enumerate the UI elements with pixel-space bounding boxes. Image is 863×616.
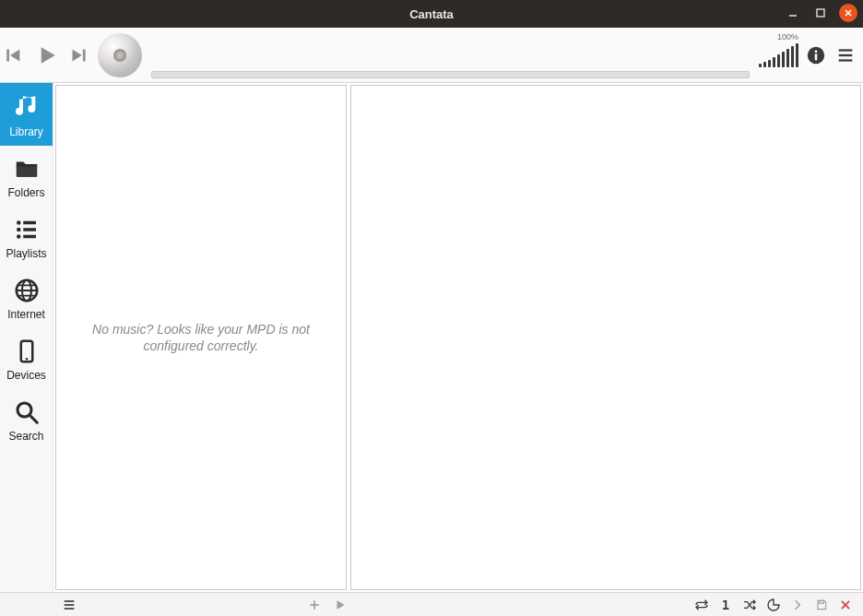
- folder-icon: [12, 155, 41, 183]
- sidebar-item-label: Playlists: [6, 247, 46, 260]
- info-icon: [806, 45, 826, 65]
- search-icon: [12, 398, 41, 426]
- svg-marker-7: [73, 49, 82, 61]
- svg-marker-35: [337, 600, 345, 609]
- bottom-mid-controls: [306, 597, 349, 613]
- minimize-icon: [787, 7, 798, 18]
- clear-queue-button[interactable]: [837, 597, 854, 613]
- previous-button[interactable]: [4, 43, 28, 67]
- shuffle-icon: [742, 598, 757, 612]
- titlebar: Cantata: [0, 0, 863, 28]
- svg-marker-6: [41, 47, 55, 64]
- queue-pane: [350, 85, 861, 590]
- next-button[interactable]: [66, 43, 90, 67]
- seek-slider[interactable]: [151, 71, 750, 78]
- svg-point-15: [17, 220, 21, 225]
- sidebar-item-search[interactable]: Search: [0, 389, 53, 450]
- shuffle-button[interactable]: [741, 597, 758, 613]
- save-queue-button[interactable]: [813, 597, 830, 613]
- center-playing-button[interactable]: [789, 597, 806, 613]
- hamburger-icon: [835, 45, 856, 65]
- skip-next-icon: [66, 43, 90, 67]
- svg-point-17: [17, 228, 21, 232]
- add-button[interactable]: [306, 597, 323, 613]
- consume-icon: [766, 598, 781, 612]
- volume-control[interactable]: [759, 43, 798, 67]
- list-icon: [12, 216, 41, 243]
- smartphone-icon: [12, 338, 41, 365]
- hamburger-icon: [62, 598, 77, 612]
- repeat-icon: [694, 598, 709, 612]
- sidebar-item-label: Folders: [7, 186, 44, 199]
- play-button[interactable]: [33, 41, 61, 69]
- svg-rect-36: [820, 600, 824, 603]
- minimize-button[interactable]: [784, 4, 802, 22]
- play-icon: [33, 41, 61, 69]
- svg-point-27: [25, 358, 28, 361]
- globe-icon: [12, 277, 41, 304]
- skip-previous-icon: [4, 43, 28, 67]
- bottom-right-controls: 1: [693, 597, 854, 613]
- clear-x-icon: [839, 598, 852, 611]
- library-pane: No music? Looks like your MPD is not con…: [55, 85, 347, 590]
- sidebar-item-internet[interactable]: Internet: [0, 267, 53, 328]
- sidebar-item-library[interactable]: Library: [0, 83, 53, 146]
- svg-rect-1: [817, 9, 824, 17]
- svg-marker-5: [10, 49, 19, 61]
- volume-level-label: 100%: [777, 32, 798, 41]
- play-small-icon: [334, 598, 347, 611]
- window-title: Cantata: [0, 7, 863, 21]
- maximize-button[interactable]: [811, 4, 830, 22]
- window-controls: [784, 4, 857, 22]
- save-icon: [815, 598, 828, 611]
- player-toolbar: 100%: [0, 28, 863, 83]
- plus-icon: [308, 598, 321, 611]
- svg-rect-4: [6, 49, 9, 61]
- main-content: Library Folders Playlists: [0, 83, 863, 592]
- sidebar-item-label: Search: [8, 430, 43, 443]
- music-note-icon: [12, 92, 41, 122]
- playback-controls: [4, 41, 90, 69]
- repeat-button[interactable]: [693, 597, 710, 613]
- svg-rect-18: [23, 228, 36, 231]
- svg-point-19: [17, 234, 21, 239]
- consume-button[interactable]: [765, 597, 782, 613]
- svg-rect-8: [83, 49, 86, 61]
- sidebar-item-devices[interactable]: Devices: [0, 328, 53, 389]
- svg-line-29: [30, 416, 37, 423]
- svg-rect-16: [23, 221, 36, 225]
- library-empty-message: No music? Looks like your MPD is not con…: [56, 321, 346, 354]
- sidebar-item-folders[interactable]: Folders: [0, 146, 53, 207]
- maximize-icon: [815, 7, 826, 18]
- main-menu-button[interactable]: [833, 43, 857, 67]
- close-icon: [843, 7, 854, 18]
- close-button[interactable]: [839, 4, 857, 22]
- svg-rect-20: [23, 235, 36, 239]
- content-panes: No music? Looks like your MPD is not con…: [53, 83, 863, 592]
- svg-point-10: [815, 50, 818, 53]
- info-button[interactable]: [804, 43, 828, 67]
- volume-area: 100%: [759, 43, 857, 67]
- album-art-disc: [98, 33, 142, 77]
- play-selected-button[interactable]: [332, 597, 349, 613]
- sidebar-item-label: Internet: [7, 308, 45, 321]
- bottom-left-controls: [61, 597, 77, 613]
- sidebar: Library Folders Playlists: [0, 83, 53, 592]
- view-menu-button[interactable]: [61, 597, 77, 613]
- single-mode-button[interactable]: 1: [717, 597, 734, 613]
- sidebar-item-playlists[interactable]: Playlists: [0, 207, 53, 267]
- sidebar-item-label: Devices: [6, 369, 46, 382]
- chevron-right-icon: [791, 598, 804, 611]
- sidebar-item-label: Library: [9, 125, 43, 138]
- bottom-toolbar: 1: [0, 592, 863, 616]
- svg-rect-11: [815, 53, 818, 60]
